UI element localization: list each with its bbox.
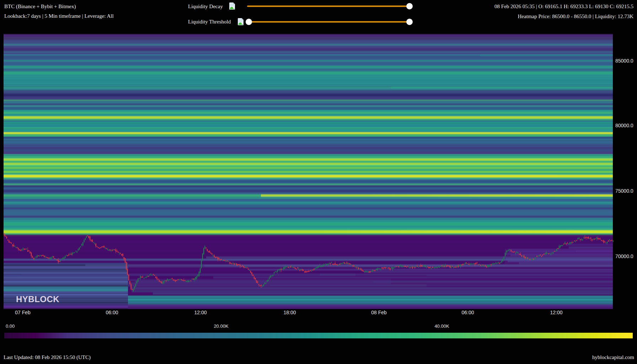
svg-text:Last Updated: 08 Feb 2026 15:5: Last Updated: 08 Feb 2026 15:50 (UTC) bbox=[4, 354, 91, 360]
svg-text:08 Feb 2026 05:35 | O: 69165.1: 08 Feb 2026 05:35 | O: 69165.1 H: 69233.… bbox=[494, 4, 633, 9]
svg-text:18:00: 18:00 bbox=[283, 310, 296, 315]
svg-text:75000.0: 75000.0 bbox=[615, 188, 633, 194]
svg-text:40.00K: 40.00K bbox=[434, 323, 449, 329]
svg-text:70000.0: 70000.0 bbox=[615, 253, 633, 259]
svg-text:hyblockcapital.com: hyblockcapital.com bbox=[592, 354, 634, 360]
svg-text:06:00: 06:00 bbox=[106, 310, 118, 315]
svg-text:85000.0: 85000.0 bbox=[615, 58, 633, 64]
svg-text:0.00: 0.00 bbox=[6, 323, 15, 329]
svg-text:08 Feb: 08 Feb bbox=[371, 310, 387, 315]
svg-text:BTC (Binance + Bybit + Bitmex): BTC (Binance + Bybit + Bitmex) bbox=[4, 4, 76, 10]
svg-text:07 Feb: 07 Feb bbox=[15, 310, 31, 315]
svg-text:HYBLOCK: HYBLOCK bbox=[16, 294, 59, 304]
svg-text:12:00: 12:00 bbox=[194, 310, 207, 315]
svg-text:Heatmap Price: 86500.0 - 86550: Heatmap Price: 86500.0 - 86550.0 | Liqui… bbox=[518, 14, 634, 19]
svg-text:20.00K: 20.00K bbox=[214, 323, 229, 329]
svg-text:Lookback:7 days | 5 Min timefr: Lookback:7 days | 5 Min timeframe | Leve… bbox=[4, 13, 114, 19]
svg-text:06:00: 06:00 bbox=[461, 310, 474, 315]
svg-text:12:00: 12:00 bbox=[550, 310, 562, 315]
svg-text:80000.0: 80000.0 bbox=[615, 123, 633, 128]
svg-text:Liquidity Threshold: Liquidity Threshold bbox=[188, 19, 231, 25]
svg-text:Liquidity Decay: Liquidity Decay bbox=[188, 4, 223, 9]
